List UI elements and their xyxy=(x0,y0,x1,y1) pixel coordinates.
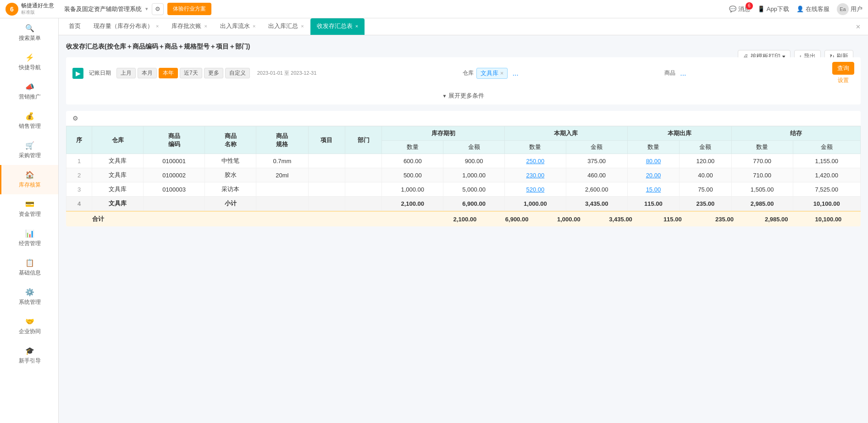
sidebar-item-search[interactable]: 🔍 搜索菜单 xyxy=(0,18,58,48)
date-btn-this-year[interactable]: 本年 xyxy=(159,68,178,78)
tab-home[interactable]: 首页 xyxy=(62,18,87,35)
date-btn-this-month[interactable]: 本月 xyxy=(138,68,157,78)
tab-bar-close-button[interactable]: ✕ xyxy=(852,22,864,32)
logo-text: 畅捷通好生意 xyxy=(21,2,54,10)
table-cell: 500.00 xyxy=(382,168,443,182)
data-table: 序 仓库 商品编码 商品名称 商品规格 项目 部门 库存期初 本期入库 本期出库… xyxy=(66,126,861,211)
table-cell xyxy=(345,182,382,197)
tab-bar: 首页 现存量（库存分布表） × 库存批次账 × 出入库流水 × 出入库汇总 × … xyxy=(59,18,868,35)
table-cell: 120.00 xyxy=(680,154,732,168)
tab-in-out-summary-close[interactable]: × xyxy=(301,23,304,29)
table-cell[interactable]: 230.00 xyxy=(505,168,566,182)
table-cell: 采访本 xyxy=(205,182,256,197)
sidebar-item-enterprise[interactable]: 🤝 企业协同 xyxy=(0,312,58,341)
table-cell: 1,420.00 xyxy=(793,168,860,182)
top-bar: 6 畅捷通好生意 标准版 装备及固定资产辅助管理系统 ▾ ⚙ 体验行业方案 💬 … xyxy=(0,0,868,18)
page-content: 收发存汇总表(按仓库＋商品编码＋商品＋规格型号＋项目＋部门) 🖨 按模板打印 ▾… xyxy=(59,35,868,423)
warehouse-more-button[interactable]: ... xyxy=(512,69,518,77)
tab-in-out-flow[interactable]: 出入库流水 × xyxy=(214,18,262,35)
expand-more-button[interactable]: ▼ 展开更多条件 xyxy=(442,92,485,100)
tab-recv-send-summary[interactable]: 收发存汇总表 × xyxy=(310,18,365,35)
table-row: 1文具库0100001中性笔0.7mm600.00900.00250.00375… xyxy=(66,154,861,168)
purchase-icon: 🛒 xyxy=(25,141,34,150)
expand-more-row: ▼ 展开更多条件 xyxy=(72,88,854,100)
content-area: 首页 现存量（库存分布表） × 库存批次账 × 出入库流水 × 出入库汇总 × … xyxy=(59,18,868,423)
table-cell: 文具库 xyxy=(92,154,144,168)
finance-icon: 💳 xyxy=(25,200,34,209)
online-service-label: 在线客服 xyxy=(806,5,829,13)
tab-recv-send-summary-close[interactable]: × xyxy=(355,23,358,29)
table-cell: 中性笔 xyxy=(205,154,256,168)
online-service-button[interactable]: 👤 在线客服 xyxy=(796,5,829,13)
date-btn-custom[interactable]: 自定义 xyxy=(225,68,250,78)
table-cell[interactable]: 15.00 xyxy=(627,182,680,197)
date-btn-7days[interactable]: 近7天 xyxy=(180,68,202,78)
title-dropdown-icon[interactable]: ▾ xyxy=(145,6,148,12)
table-cell[interactable]: 520.00 xyxy=(505,182,566,197)
table-cell xyxy=(308,154,345,168)
sidebar-item-newbie[interactable]: 🎓 新手引导 xyxy=(0,341,58,370)
sidebar-item-inventory[interactable]: 🏠 库存核算 xyxy=(0,165,58,194)
table-cell: 10,100.00 xyxy=(793,197,860,211)
sidebar-item-system[interactable]: ⚙️ 系统管理 xyxy=(0,282,58,312)
table-cell[interactable]: 250.00 xyxy=(505,154,566,168)
table-cell: 0100001 xyxy=(144,154,205,168)
settings-button[interactable]: ⚙ xyxy=(152,3,164,15)
sidebar-item-marketing-label: 营销推广 xyxy=(19,93,41,101)
tab-in-out-flow-close[interactable]: × xyxy=(253,23,255,29)
table-cell: 600.00 xyxy=(382,154,443,168)
table-container: ⚙ 序 仓库 商品编码 商品名称 商品规格 项目 部门 库存期初 xyxy=(66,111,861,226)
table-cell: 235.00 xyxy=(680,197,732,211)
date-options: 上月 本月 本年 近7天 更多 自定义 xyxy=(116,68,250,78)
table-cell: 2,100.00 xyxy=(382,197,443,211)
footer-balance-amt: 10,100.00 xyxy=(802,216,854,223)
tab-in-out-summary[interactable]: 出入库汇总 × xyxy=(262,18,310,35)
date-btn-more[interactable]: 更多 xyxy=(204,68,223,78)
filter-row-1: ▶ 记账日期 上月 本月 本年 近7天 更多 自定义 2023-01-01 至 … xyxy=(72,62,854,84)
date-btn-last-month[interactable]: 上月 xyxy=(116,68,136,78)
sidebar-item-purchase[interactable]: 🛒 采购管理 xyxy=(0,136,58,165)
tab-inventory-dist-close[interactable]: × xyxy=(156,23,159,29)
table-cell: 1,155.00 xyxy=(793,154,860,168)
table-cell[interactable]: 20.00 xyxy=(627,168,680,182)
table-cell: 3,435.00 xyxy=(566,197,627,211)
warehouse-tag-remove[interactable]: × xyxy=(500,70,504,77)
table-cell: 7,525.00 xyxy=(793,182,860,197)
query-button[interactable]: 查询 xyxy=(832,62,854,75)
user-button[interactable]: Ea 用户 xyxy=(837,3,862,15)
tab-inventory-dist[interactable]: 现存量（库存分布表） × xyxy=(87,18,165,35)
sidebar-item-marketing[interactable]: 📣 营销推广 xyxy=(0,77,58,106)
table-cell[interactable]: 80.00 xyxy=(627,154,680,168)
sidebar-item-basic-info[interactable]: 📋 基础信息 xyxy=(0,253,58,282)
sidebar-item-sales[interactable]: 💰 销售管理 xyxy=(0,106,58,136)
message-icon: 💬 xyxy=(729,5,736,12)
tab-batch-ledger[interactable]: 库存批次账 × xyxy=(165,18,213,35)
table-cell xyxy=(345,168,382,182)
column-settings-icon[interactable]: ⚙ xyxy=(72,115,78,122)
user-avatar: Ea xyxy=(837,3,849,15)
table-row: 2文具库0100002胶水20ml500.001,000.00230.00460… xyxy=(66,168,861,182)
filter-settings-link[interactable]: 设置 xyxy=(838,77,849,84)
table-cell: 0.7mm xyxy=(256,154,309,168)
message-button[interactable]: 💬 消息 6 xyxy=(729,5,750,13)
marketing-icon: 📣 xyxy=(25,82,34,91)
goods-more-button[interactable]: ... xyxy=(680,69,686,77)
sidebar-item-basic-info-label: 基础信息 xyxy=(19,269,41,277)
app-download-button[interactable]: 📱 App下载 xyxy=(757,5,789,13)
tab-batch-ledger-close[interactable]: × xyxy=(204,23,207,29)
sidebar-item-quick-nav[interactable]: ⚡ 快捷导航 xyxy=(0,48,58,77)
sidebar-item-finance[interactable]: 💳 资金管理 xyxy=(0,194,58,224)
sidebar-item-sales-label: 销售管理 xyxy=(19,122,41,130)
sidebar: 🔍 搜索菜单 ⚡ 快捷导航 📣 营销推广 💰 销售管理 🛒 采购管理 🏠 库存核… xyxy=(0,18,59,423)
table-cell: 5,000.00 xyxy=(443,182,505,197)
table-cell xyxy=(345,154,382,168)
table-cell xyxy=(345,197,382,211)
th-out-qty: 数量 xyxy=(627,141,680,154)
basic-info-icon: 📋 xyxy=(25,258,34,267)
th-out-amt: 金额 xyxy=(680,141,732,154)
sidebar-item-newbie-label: 新手引导 xyxy=(19,357,41,365)
th-code: 商品编码 xyxy=(144,126,205,154)
filter-expand-button[interactable]: ▶ xyxy=(72,68,83,79)
sidebar-item-operations[interactable]: 📊 经营管理 xyxy=(0,224,58,253)
try-industry-button[interactable]: 体验行业方案 xyxy=(167,3,211,15)
